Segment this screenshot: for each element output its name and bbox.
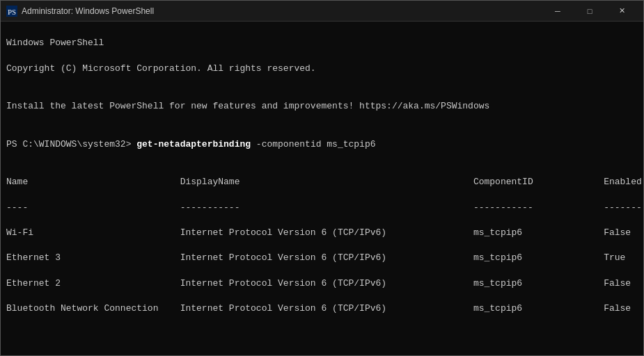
- table1-divider: ---- ----------- ----------- -------: [6, 202, 638, 214]
- window-controls: ─ □ ✕: [542, 1, 638, 22]
- line-4: Install the latest PowerShell for new fe…: [6, 100, 638, 113]
- svg-text:PS: PS: [8, 8, 16, 16]
- maximize-button[interactable]: □: [574, 1, 606, 22]
- minimize-button[interactable]: ─: [542, 1, 574, 22]
- window-title: Administrator: Windows PowerShell: [22, 6, 542, 16]
- cmd-2-name: disable-netadapterbinding: [136, 354, 272, 355]
- cmd-line-2: PS C:\WINDOWS\system32> disable-netadapt…: [6, 353, 638, 355]
- cmd-2-p1: -Name: [272, 354, 311, 355]
- powershell-window: PS Administrator: Windows PowerShell ─ □…: [0, 0, 644, 356]
- table1-row-4: Bluetooth Network Connection Internet Pr…: [6, 302, 638, 315]
- titlebar: PS Administrator: Windows PowerShell ─ □…: [1, 1, 643, 22]
- table1-row-1: Wi-Fi Internet Protocol Version 6 (TCP/I…: [6, 227, 638, 239]
- cmd-line-1: PS C:\WINDOWS\system32> get-netadapterbi…: [6, 138, 638, 151]
- close-button[interactable]: ✕: [606, 1, 638, 22]
- line-1: Windows PowerShell: [6, 37, 638, 49]
- app-icon: PS: [6, 6, 17, 17]
- prompt-1: PS C:\WINDOWS\system32>: [6, 139, 136, 149]
- table1-row-3: Ethernet 2 Internet Protocol Version 6 (…: [6, 277, 638, 290]
- table1-row-2: Ethernet 3 Internet Protocol Version 6 (…: [6, 252, 638, 264]
- cmd-2-p2: -ComponentID: [376, 354, 452, 355]
- cmd-2-p1v: "Ethernet 3": [311, 354, 376, 355]
- cmd-1-name: get-netadapterbinding: [136, 139, 251, 149]
- prompt-2: PS C:\WINDOWS\system32>: [6, 354, 136, 355]
- line-2: Copyright (C) Microsoft Corporation. All…: [6, 63, 638, 75]
- cmd-1-params: -componentid ms_tcpip6: [251, 139, 375, 149]
- table1-header: Name DisplayName ComponentID Enabled: [6, 176, 638, 188]
- terminal-output[interactable]: Windows PowerShell Copyright (C) Microso…: [1, 22, 643, 355]
- cmd-2-p2v: ms_tcpip6: [452, 354, 501, 355]
